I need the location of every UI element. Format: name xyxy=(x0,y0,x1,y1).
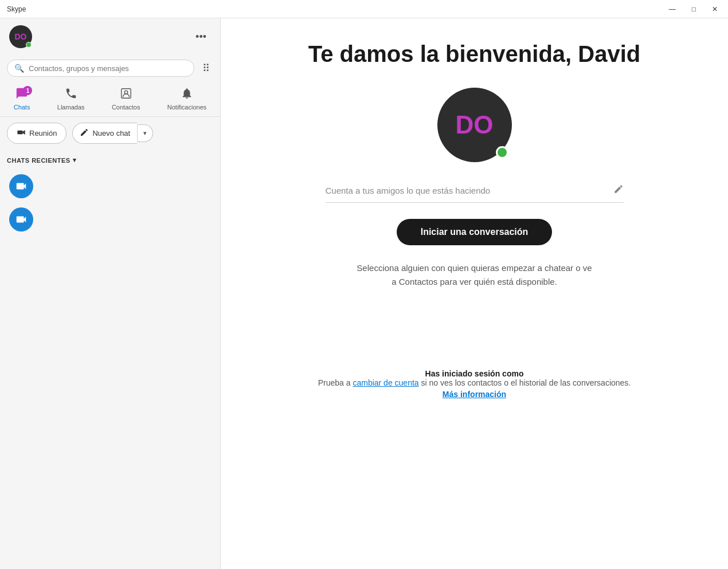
chats-recientes-header[interactable]: CHATS RECIENTES ▾ xyxy=(7,154,213,166)
tab-llamadas-label: Llamadas xyxy=(57,104,85,111)
tab-notificaciones[interactable]: Notificaciones xyxy=(161,84,213,114)
main-content: Te damos la bienvenida, David DO Cuenta … xyxy=(221,18,728,569)
list-item[interactable] xyxy=(7,171,213,202)
llamadas-icon xyxy=(65,87,77,103)
svg-rect-2 xyxy=(17,131,22,135)
new-chat-main-button[interactable]: Nuevo chat xyxy=(72,123,137,144)
sidebar: DO ••• 🔍 ⠿ 1 xyxy=(0,18,221,569)
more-options-button[interactable]: ••• xyxy=(191,29,211,45)
status-dot xyxy=(26,42,32,48)
start-conversation-button[interactable]: Iniciar una conversación xyxy=(397,219,553,245)
tab-notificaciones-label: Notificaciones xyxy=(167,104,206,111)
avatar-initials: DO xyxy=(15,32,27,41)
new-chat-icon xyxy=(80,128,89,139)
profile-avatar-initials: DO xyxy=(456,111,494,139)
edit-status-icon[interactable] xyxy=(613,184,624,197)
reunion-label: Reunión xyxy=(29,129,57,138)
new-chat-dropdown-button[interactable]: ▾ xyxy=(137,124,153,142)
status-bar-container: Cuenta a tus amigos lo que estás haciend… xyxy=(326,178,624,203)
tab-contactos[interactable]: Contactos xyxy=(105,84,147,114)
app-title: Skype xyxy=(7,5,26,13)
new-chat-label: Nuevo chat xyxy=(92,129,130,138)
search-input-wrap: 🔍 xyxy=(7,60,194,77)
search-container: 🔍 ⠿ xyxy=(0,55,220,81)
chat-avatar-1 xyxy=(9,174,33,198)
contactos-icon xyxy=(120,87,132,103)
search-icon: 🔍 xyxy=(14,64,24,73)
reunion-icon xyxy=(17,128,26,139)
subtitle-text: Selecciona alguien con quien quieras emp… xyxy=(354,261,595,289)
grid-button[interactable]: ⠿ xyxy=(199,60,213,77)
notificaciones-icon xyxy=(181,87,193,103)
change-account-link[interactable]: cambiar de cuenta xyxy=(353,378,418,387)
user-avatar[interactable]: DO xyxy=(9,25,32,48)
action-buttons: Reunión Nuevo chat ▾ xyxy=(0,117,220,150)
session-text-after: si no ves los contactos o el historial d… xyxy=(419,378,631,387)
chevron-down-icon: ▾ xyxy=(73,156,77,164)
close-button[interactable]: ✕ xyxy=(709,5,721,13)
session-info: Has iniciado sesión como Prueba a cambia… xyxy=(318,369,631,399)
sidebar-header: DO ••• xyxy=(0,18,220,55)
chats-recientes-label: CHATS RECIENTES xyxy=(7,157,71,164)
nav-tabs: 1 Chats Llamadas xyxy=(0,81,220,117)
window-controls: — □ ✕ xyxy=(666,5,721,13)
welcome-title: Te damos la bienvenida, David xyxy=(308,41,640,67)
tab-contactos-label: Contactos xyxy=(112,104,140,111)
chats-badge: 1 xyxy=(23,86,32,95)
status-placeholder: Cuenta a tus amigos lo que estás haciend… xyxy=(326,186,491,195)
tab-chats-label: Chats xyxy=(14,104,30,111)
search-input[interactable] xyxy=(29,64,187,73)
more-info-link[interactable]: Más información xyxy=(318,390,631,399)
session-text-before: Prueba a xyxy=(318,378,353,387)
status-bar: Cuenta a tus amigos lo que estás haciend… xyxy=(326,178,624,203)
profile-avatar: DO xyxy=(437,88,512,162)
minimize-button[interactable]: — xyxy=(666,5,679,13)
app-body: DO ••• 🔍 ⠿ 1 xyxy=(0,18,728,569)
profile-status-dot xyxy=(496,146,508,159)
chats-list xyxy=(7,166,213,240)
grid-icon: ⠿ xyxy=(202,62,210,74)
tab-llamadas[interactable]: Llamadas xyxy=(50,84,92,114)
list-item[interactable] xyxy=(7,204,213,235)
svg-point-1 xyxy=(124,91,128,94)
maximize-button[interactable]: □ xyxy=(688,5,699,13)
tab-chats[interactable]: 1 Chats xyxy=(7,84,37,114)
session-label: Has iniciado sesión como xyxy=(425,369,524,378)
chats-section: CHATS RECIENTES ▾ xyxy=(0,150,220,244)
session-text: Prueba a cambiar de cuenta si no ves los… xyxy=(318,378,631,387)
chat-avatar-2 xyxy=(9,207,33,231)
reunion-button[interactable]: Reunión xyxy=(7,123,66,144)
titlebar: Skype — □ ✕ xyxy=(0,0,728,18)
new-chat-button-group: Nuevo chat ▾ xyxy=(72,123,153,144)
